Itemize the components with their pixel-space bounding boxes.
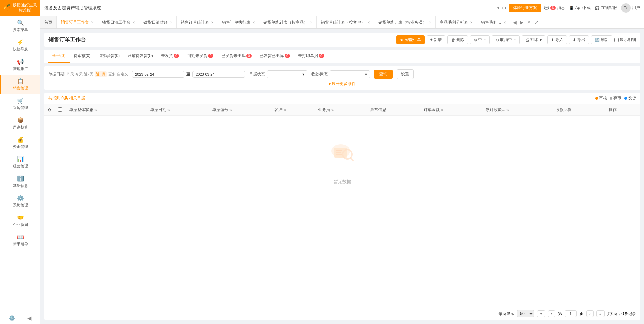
tab-maximize-btn[interactable]: ⤢ [533,19,540,26]
tab-sales-order[interactable]: 销售订单工作台 ✕ [57,16,98,28]
prev-page-btn[interactable]: ‹ [548,310,555,317]
tab-close-sales-exec[interactable]: ✕ [252,21,255,24]
tab-goods-stats[interactable]: 销货单统计表（按商品） ✕ [259,16,317,28]
system-settings-icon[interactable]: ⚙ [502,5,506,11]
tab-customer-stats[interactable]: 销货单统计表（按客户） ✕ [317,16,374,28]
tab-close-sales-stats[interactable]: ✕ [211,21,214,24]
query-btn[interactable]: 查询 [374,70,393,79]
sub-tab-unprinted[interactable]: 未打印单据0 [294,50,328,63]
date-today[interactable]: 今天 [75,72,83,77]
delete-btn[interactable]: 🗑 删除 [447,35,468,44]
user-btn[interactable]: Ea 用户 [621,3,640,13]
first-page-btn[interactable]: « [537,310,545,317]
tab-sales-profit-label: 销售毛利… [481,19,501,25]
stop-btn[interactable]: ⊗ 中止 [470,35,490,44]
audit-action-btn[interactable]: 审核 [595,95,607,101]
refresh-btn[interactable]: 🔄 刷新 [591,35,612,44]
column-settings-icon[interactable]: ⚙ [48,108,51,112]
next-page-btn[interactable]: › [586,310,594,317]
page-size-select[interactable]: 50 20 100 [517,310,534,317]
sub-tab-delivered-out[interactable]: 已发货已出库0 [256,50,294,63]
date-more[interactable]: 更多 [108,72,116,77]
sidebar-item-search[interactable]: 🔍 搜索菜单 [0,16,40,36]
show-detail-checkbox[interactable] [614,38,619,42]
date-from-input[interactable] [132,71,184,78]
sub-tab-undelivered[interactable]: 未发货0 [157,50,183,63]
cancel-audit-action-btn[interactable]: 弃审 [610,95,621,101]
cancel-stop-btn[interactable]: ⊙ 取消中止 [492,35,520,44]
tab-close-customer-stats[interactable]: ✕ [367,21,370,24]
show-detail-label[interactable]: 显示明细 [614,37,636,43]
tab-close-profit[interactable]: ✕ [470,21,473,24]
sub-tab-all[interactable]: 全部(0) [48,50,70,63]
tab-prev-btn[interactable]: ◀ [512,19,518,26]
tab-sales-exec[interactable]: 销售订单执行表 ✕ [218,16,259,28]
sub-tab-pending-audit[interactable]: 待审核(0) [70,50,95,63]
last-page-btn[interactable]: » [596,310,605,317]
tab-sales-stats[interactable]: 销售订单统计表 ✕ [177,16,218,28]
date-custom[interactable]: 自定义 [117,72,128,77]
date-1month[interactable]: 近1月 [95,71,107,77]
tab-profit-analysis[interactable]: 商品毛利分析表 ✕ [436,16,477,28]
message-btn[interactable]: 💬 6 消息 [544,5,565,11]
sidebar-item-purchase[interactable]: 🛒 采购管理 [0,94,40,114]
expand-filter-btn[interactable]: ▾ 展开更多条件 [329,81,356,87]
sub-tab-overdue-undelivered[interactable]: 到期未发货0 [183,50,217,63]
sort-cumulative-icon[interactable]: ⇅ [506,108,509,112]
industry-btn[interactable]: 体验行业方案 [509,4,541,12]
page-input[interactable] [565,310,577,317]
settings-bottom-icon[interactable]: ⚙️ [9,315,15,321]
select-all-checkbox[interactable] [58,107,62,112]
import-btn[interactable]: ⬆ 导入 [547,35,567,44]
payment-select[interactable]: ▾ [330,70,370,78]
sort-salesperson-icon[interactable]: ⇅ [331,108,334,112]
sort-status-icon[interactable]: ⇅ [94,108,97,112]
tab-close-all-btn[interactable]: ✕ [526,19,532,26]
tab-close-daily-clear[interactable]: ✕ [132,21,135,24]
sidebar-item-finance[interactable]: 💰 资金管理 [0,133,40,153]
date-7days[interactable]: 近7天 [84,72,93,77]
filter-setting-btn[interactable]: 设置 [397,69,414,79]
tab-home[interactable]: 首页 [40,16,57,28]
sub-tab-pending-inspect[interactable]: 待拣验货(0) [94,50,124,63]
sort-amount-icon[interactable]: ⇅ [441,108,443,112]
sort-customer-icon[interactable]: ⇅ [284,108,286,112]
tab-close-goods-stats[interactable]: ✕ [310,21,312,24]
status-select[interactable]: ▾ [267,70,307,78]
print-btn[interactable]: 🖨 打印 ▾ [522,35,545,44]
new-btn[interactable]: + 新增 [427,35,445,44]
sidebar-item-basic-info[interactable]: ℹ️ 基础信息 [0,172,40,192]
tab-reconcile[interactable]: 钱货日清对账 ✕ [139,16,177,28]
sidebar-item-inventory[interactable]: 📦 库存核算 [0,114,40,133]
tab-next-btn[interactable]: ▶ [519,19,525,26]
smart-create-btn[interactable]: ★ 智能生单 [396,35,425,44]
tab-close-salesperson-stats[interactable]: ✕ [429,21,431,24]
tab-sales-profit[interactable]: 销售毛利… ✕ [477,16,510,28]
tab-close-reconcile[interactable]: ✕ [170,21,172,24]
export-btn[interactable]: ⬇ 导出 [569,35,589,44]
sub-tab-delivered-not-out[interactable]: 已发货未出库0 [217,50,256,63]
sidebar-item-cooperation[interactable]: 🤝 企业协同 [0,211,40,231]
sort-date-icon[interactable]: ⇅ [167,108,170,112]
sort-number-icon[interactable]: ⇅ [229,108,232,112]
sidebar-item-marketing[interactable]: 📢 营销推广 [0,55,40,75]
sidebar-item-operations[interactable]: 📊 经营管理 [0,153,40,172]
tab-salesperson-stats[interactable]: 销货单统计表（按业务员） ✕ [374,16,436,28]
tab-close-sales-profit[interactable]: ✕ [503,21,506,24]
tab-daily-clear[interactable]: 钱货日清工作台 ✕ [98,16,139,28]
date-yesterday[interactable]: 昨天 [67,72,74,77]
sidebar-item-sales[interactable]: 📋 销售管理 [0,75,40,94]
sub-tab-wangpu-deliver[interactable]: 旺铺待发货(0) [124,50,157,63]
pagination: 每页显示 50 20 100 « ‹ 第 页 › » 共0页，0条记录 [44,307,640,320]
collapse-icon[interactable]: ◀ [27,315,31,321]
tab-close-sales-order[interactable]: ✕ [91,20,94,24]
online-service-btn[interactable]: 🎧 在线客服 [595,5,617,11]
sidebar-item-system[interactable]: ⚙️ 系统管理 [0,192,40,211]
system-title-chevron[interactable]: ▾ [497,6,499,10]
app-download-btn[interactable]: 📱 App下载 [569,5,591,11]
col-amount-header: 订单金额 ⇅ [420,104,482,116]
date-to-input[interactable] [192,71,245,78]
deliver-action-btn[interactable]: 发货 [624,95,636,101]
sidebar-item-guide[interactable]: 📖 新手引导 [0,231,40,250]
sidebar-item-quick-nav[interactable]: ⚡ 快捷导航 [0,36,40,55]
